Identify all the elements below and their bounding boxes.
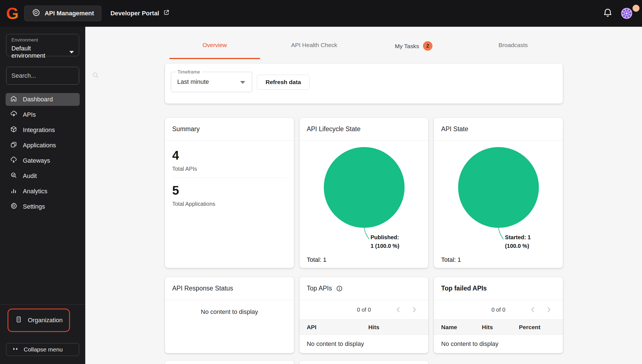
gear-icon [10,202,17,211]
sidebar-item-label: APIs [23,111,36,118]
card-stub [300,361,429,364]
sidebar-search[interactable] [6,67,79,85]
magnifier-check-icon [10,172,17,180]
sidebar-item-apis[interactable]: APIs [6,108,80,121]
sidebar-item-settings[interactable]: Settings [6,200,80,213]
cloud-node-icon [10,156,17,165]
summary-card: Summary 4 Total APIs 5 Total Application… [165,118,294,268]
paginator-next-icon[interactable] [410,306,418,315]
sidebar-item-audit[interactable]: Audit [6,170,80,182]
chevron-down-icon [240,81,245,84]
sidebar-item-integrations[interactable]: Integrations [6,124,80,136]
paginator-next-icon[interactable] [544,306,553,315]
external-link-icon [163,9,170,18]
search-icon [92,71,99,80]
api-state-pie-chart: Started: 1 (100.0 %) Total: 1 [434,141,563,268]
sidebar-item-label: Gateways [23,157,50,164]
api-response-status-title: API Response Status [165,277,294,300]
api-lifecycle-state-card: API Lifecycle State Published: 1 (100.0 … [300,118,429,268]
sidebar-nav: Dashboard APIs Integrati [6,93,80,213]
column-header-name: Name [441,320,457,335]
environment-selector[interactable]: Environment Default environment [6,34,79,56]
portal-link-label: Developer Portal [110,10,159,17]
environment-value: Default environment [11,45,64,59]
organization-label: Organization [28,317,63,324]
developer-portal-link[interactable]: Developer Portal [110,9,170,18]
dashboard-tabs: Overview API Health Check My Tasks2 Broa… [165,36,563,59]
tab-my-tasks[interactable]: My Tasks2 [364,36,463,59]
sidebar-item-label: Dashboard [23,96,53,103]
column-header-api: API [307,320,317,335]
sidebar-item-applications[interactable]: Applications [6,139,80,152]
column-header-hits: Hits [368,320,380,335]
tab-broadcasts[interactable]: Broadcasts [463,36,563,59]
summary-card-title: Summary [165,118,294,141]
card-stub-empty [434,361,563,364]
column-header-hits: Hits [482,320,493,335]
cloud-gear-icon [10,110,17,119]
organization-button[interactable]: Organization [8,309,70,332]
collapse-menu-label: Collapse menu [24,346,63,353]
tab-label: My Tasks [395,43,419,49]
refresh-data-button[interactable]: Refresh data [257,75,310,90]
total-label: Total: 1 [441,256,461,263]
paginator: 0 of 0 [300,300,429,320]
sidebar-item-analytics[interactable]: Analytics [6,185,80,198]
sidebar-item-label: Applications [23,142,56,149]
api-management-app-button[interactable]: API Management [24,6,101,21]
timeframe-toolbar-card: Timeframe Last minute Refresh data [165,63,563,104]
cards-row-1: Summary 4 Total APIs 5 Total Application… [165,118,563,268]
sidebar-item-dashboard[interactable]: Dashboard [6,93,80,106]
table-header: API Hits [300,320,429,335]
tab-api-health-check[interactable]: API Health Check [264,36,364,59]
chevron-down-icon [69,51,74,53]
sidebar-item-label: Settings [23,203,45,210]
cards-row-3 [165,361,563,364]
paginator-prev-icon[interactable] [529,306,537,315]
notifications-bell-icon[interactable] [602,7,613,19]
environment-label: Environment [11,37,74,43]
home-icon [10,95,17,104]
cards-row-2: API Response Status No content to displa… [165,277,563,353]
pie-callout-label: Published: 1 (100.0 %) [371,233,399,250]
info-icon[interactable] [336,285,343,292]
search-input[interactable] [11,72,92,79]
paginator-prev-icon[interactable] [394,306,403,315]
gravitee-logo[interactable]: G [6,5,19,21]
tab-label: API Health Check [291,42,337,48]
avatar-status-dot [633,5,639,12]
api-response-status-card: API Response Status No content to displa… [165,277,294,353]
pie-callout-label: Started: 1 (100.0 %) [505,233,531,250]
my-tasks-badge: 2 [423,41,432,51]
api-management-dashboard: G API Management Developer Portal [0,0,642,364]
top-failed-apis-card: Top failed APIs 0 of 0 Name Hits Perc [434,277,563,353]
app-button-label: API Management [45,10,94,17]
paginator-range: 0 of 0 [300,300,429,319]
sidebar-item-label: Integrations [23,126,55,134]
divider [172,178,287,178]
user-avatar[interactable] [621,8,632,19]
collapse-menu-button[interactable]: Collapse menu [6,343,79,356]
timeframe-select-value: Last minute [171,72,252,92]
table-header: Name Hits Percent [434,320,563,335]
total-apis-label: Total APIs [172,166,287,172]
empty-state-text: No content to display [300,335,429,348]
total-apis-value: 4 [172,148,287,162]
timeframe-select[interactable]: Timeframe Last minute [171,72,252,92]
column-header-percent: Percent [519,320,540,335]
sidebar-item-gateways[interactable]: Gateways [6,154,80,167]
timeframe-select-label: Timeframe [176,69,202,75]
empty-state-text: No content to display [165,308,294,316]
top-apis-title: Top APIs [300,277,429,300]
total-label: Total: 1 [307,256,327,263]
sidebar-divider [0,304,85,305]
api-state-card: API State Started: 1 (100.0 %) Total: 1 [434,118,563,268]
pie-slice-started [458,147,539,228]
api-state-title: API State [434,118,563,141]
tab-overview[interactable]: Overview [165,36,264,59]
api-lifecycle-pie-chart: Published: 1 (100.0 %) Total: 1 [300,141,429,268]
sidebar-item-label: Audit [23,172,37,180]
pie-slice-published [324,147,405,228]
gear-badge-icon [32,8,40,18]
topbar-right [602,7,642,19]
